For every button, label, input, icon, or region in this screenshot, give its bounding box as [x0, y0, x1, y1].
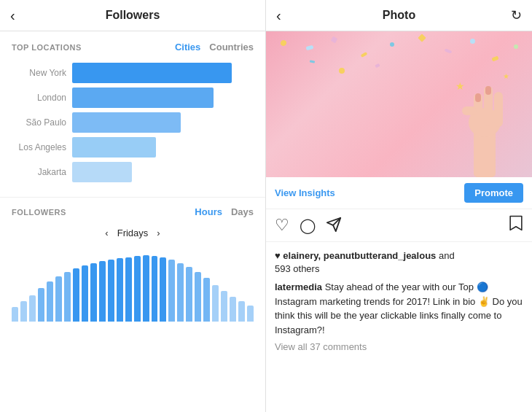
like-icon[interactable]: ♡: [275, 217, 289, 233]
confetti-6: [418, 34, 426, 42]
post-content: ♥ elainery, peanutbutterand_jealous and …: [266, 242, 532, 412]
f-bar-18: [160, 257, 166, 322]
f-bar-17: [152, 256, 158, 322]
svg-rect-6: [475, 93, 481, 102]
f-bar-6: [55, 276, 62, 322]
bar-container-newyork: [72, 63, 254, 83]
bar-container-jakarta: [72, 162, 254, 182]
confetti-11: [310, 60, 315, 63]
view-insights-button[interactable]: View Insights: [275, 187, 458, 198]
bar-container-saopaulo: [72, 112, 254, 133]
bar-label-london: London: [12, 93, 66, 103]
top-locations-label: TOP LOCATIONS: [12, 43, 175, 52]
insights-promote-bar: View Insights Promote: [266, 177, 532, 209]
right-back-button[interactable]: ‹: [276, 7, 281, 24]
left-panel: ‹ Followers TOP LOCATIONS Cities Countri…: [0, 0, 266, 412]
bar-row-london: London: [12, 88, 254, 108]
confetti-8: [470, 39, 475, 44]
svg-rect-7: [485, 86, 491, 95]
tab-days[interactable]: Days: [231, 206, 254, 217]
svg-rect-5: [462, 106, 477, 115]
f-bar-27: [238, 301, 245, 322]
confetti-4: [361, 52, 368, 58]
f-bar-10: [90, 263, 97, 322]
action-icons-left: ♡ ◯: [275, 217, 342, 235]
f-bar-21: [186, 267, 192, 322]
f-bar-26: [230, 297, 236, 322]
f-bar-2: [20, 301, 27, 322]
bar-container-london: [72, 88, 254, 108]
bar-row-jakarta: Jakarta: [12, 162, 254, 182]
followers-tabs: Hours Days: [195, 206, 254, 217]
f-bar-7: [64, 272, 71, 322]
left-back-button[interactable]: ‹: [10, 7, 15, 24]
f-bar-4: [38, 288, 44, 322]
confetti-1: [280, 39, 287, 47]
f-bar-23: [203, 278, 210, 322]
confetti-12: [339, 68, 345, 74]
location-bar-chart: New York London São Paulo Los Angeles: [12, 63, 254, 182]
f-bar-9: [82, 265, 88, 322]
post-caption: latermedia Stay ahead of the year with o…: [275, 280, 523, 337]
tab-hours[interactable]: Hours: [195, 206, 222, 217]
bar-label-losangeles: Los Angeles: [12, 142, 66, 152]
refresh-button[interactable]: ↻: [511, 7, 522, 23]
followers-label: FOLLOWERS: [12, 208, 195, 217]
bar-fill-newyork: [72, 63, 232, 83]
f-bar-20: [177, 263, 184, 322]
confetti-2: [306, 45, 314, 50]
nav-period-label: Fridays: [117, 228, 149, 238]
left-title: Followers: [106, 9, 160, 22]
bar-label-jakarta: Jakarta: [12, 167, 66, 177]
bar-row-losangeles: Los Angeles: [12, 137, 254, 158]
bar-row-newyork: New York: [12, 63, 254, 83]
bar-fill-losangeles: [72, 137, 156, 158]
f-bar-11: [99, 261, 106, 322]
left-header: ‹ Followers: [0, 0, 265, 31]
bar-container-losangeles: [72, 137, 254, 158]
bar-label-saopaulo: São Paulo: [12, 117, 66, 128]
tab-countries[interactable]: Countries: [209, 42, 254, 53]
f-bar-12: [108, 260, 114, 322]
tab-cities[interactable]: Cities: [175, 42, 200, 53]
f-bar-25: [221, 291, 227, 322]
comment-icon[interactable]: ◯: [300, 218, 316, 233]
f-bar-15: [134, 256, 141, 322]
f-bar-24: [212, 285, 219, 322]
svg-marker-12: [510, 217, 522, 230]
bar-row-saopaulo: São Paulo: [12, 112, 254, 133]
svg-text:★: ★: [455, 80, 465, 92]
top-locations-header: TOP LOCATIONS Cities Countries: [12, 42, 254, 53]
top-locations-section: TOP LOCATIONS Cities Countries New York …: [0, 31, 265, 188]
likes-line: ♥ elainery, peanutbutterand_jealous and …: [275, 249, 523, 276]
confetti-7: [445, 48, 453, 53]
right-panel: ‹ Photo ↻: [266, 0, 532, 412]
f-bar-22: [195, 272, 201, 322]
nav-prev[interactable]: ‹: [105, 228, 108, 238]
confetti-3: [331, 36, 338, 44]
bar-fill-saopaulo: [72, 112, 181, 133]
likes-accounts: elainery, peanutbutterand_jealous: [283, 250, 436, 261]
bar-label-newyork: New York: [12, 68, 66, 78]
followers-bar-chart: [12, 249, 254, 322]
f-bar-5: [47, 281, 53, 322]
f-bar-19: [168, 260, 175, 322]
section-divider: [0, 197, 265, 198]
f-bar-1: [12, 307, 18, 322]
view-comments-link[interactable]: View all 37 comments: [275, 341, 523, 352]
location-tabs: Cities Countries: [175, 42, 254, 53]
nav-next[interactable]: ›: [157, 228, 160, 238]
confetti-13: [375, 63, 380, 68]
svg-text:★: ★: [503, 72, 509, 80]
save-icon[interactable]: [509, 215, 523, 236]
bar-fill-jakarta: [72, 162, 132, 182]
share-icon[interactable]: [326, 217, 342, 235]
confetti-10: [514, 44, 518, 49]
confetti-5: [390, 42, 394, 47]
photo-area: ★ ★: [266, 31, 532, 177]
likes-count: 593 others: [275, 263, 319, 274]
f-bar-16: [143, 255, 149, 322]
promote-button[interactable]: Promote: [464, 183, 523, 203]
action-bar: ♡ ◯: [266, 209, 532, 242]
f-bar-8: [73, 268, 79, 322]
